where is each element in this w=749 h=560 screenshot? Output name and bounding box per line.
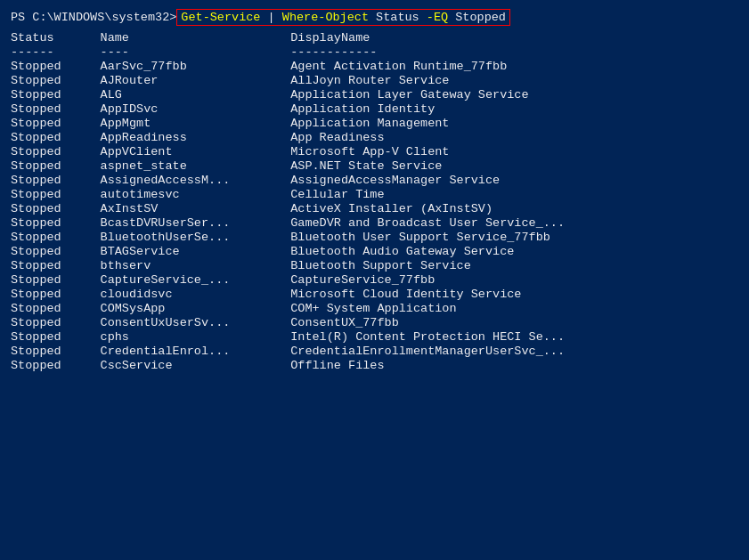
table-row: StoppedAppIDSvcApplication Identity [11,102,738,117]
cmd-eq: -EQ [427,11,448,24]
cell-name: AJRouter [101,74,291,88]
header-status: Status [11,31,101,45]
table-row: StoppedAJRouterAllJoyn Router Service [11,74,738,88]
cell-status: Stopped [11,216,101,231]
cell-name: ConsentUxUserSv... [101,316,291,330]
table-row: StoppedbthservBluetooth Support Service [11,259,738,273]
cell-status: Stopped [11,316,101,330]
table-row: StoppedBcastDVRUserSer...GameDVR and Bro… [11,216,738,231]
cell-displayname: ConsentUX_77fbb [290,316,738,330]
cell-status: Stopped [11,345,101,359]
cell-status: Stopped [11,88,101,102]
cell-status: Stopped [11,273,101,288]
cell-name: CscService [101,359,291,373]
sep-displayname: ------------ [290,45,738,60]
cell-name: autotimesvc [101,188,291,202]
cell-displayname: Application Management [290,117,738,131]
cell-displayname: Microsoft Cloud Identity Service [290,288,738,302]
cell-name: ALG [101,88,291,102]
cell-name: BTAGService [101,245,291,259]
cell-name: COMSysApp [101,302,291,316]
cell-status: Stopped [11,174,101,188]
terminal-window: PS C:\WINDOWS\system32> Get-Service | Wh… [11,9,738,373]
service-table-body: StoppedAarSvc_77fbbAgent Activation Runt… [11,60,738,373]
cell-status: Stopped [11,259,101,273]
cell-status: Stopped [11,102,101,117]
cell-displayname: AssignedAccessManager Service [290,174,738,188]
cell-displayname: Application Identity [290,102,738,117]
cmd-stopped-param: Stopped [448,11,506,24]
header-name: Name [101,31,291,45]
cell-displayname: ActiveX Installer (AxInstSV) [290,202,738,216]
cell-status: Stopped [11,330,101,345]
table-row: StoppedAppVClientMicrosoft App-V Client [11,145,738,159]
command-line: PS C:\WINDOWS\system32> Get-Service | Wh… [11,9,738,26]
cell-name: bthserv [101,259,291,273]
cell-status: Stopped [11,231,101,245]
cell-displayname: Agent Activation Runtime_77fbb [290,60,738,74]
table-row: StoppedAxInstSVActiveX Installer (AxInst… [11,202,738,216]
cell-name: BluetoothUserSe... [101,231,291,245]
cell-displayname: CredentialEnrollmentManagerUserSvc_... [290,345,738,359]
sep-status: ------ [11,45,101,60]
table-row: StoppedAarSvc_77fbbAgent Activation Runt… [11,60,738,74]
cell-displayname: Cellular Time [290,188,738,202]
cell-status: Stopped [11,117,101,131]
cell-displayname: Bluetooth User Support Service_77fbb [290,231,738,245]
cmd-status: Status [369,11,427,24]
table-row: StoppedALGApplication Layer Gateway Serv… [11,88,738,102]
cell-status: Stopped [11,359,101,373]
cell-displayname: GameDVR and Broadcast User Service_... [290,216,738,231]
table-row: StoppedAppReadinessApp Readiness [11,131,738,145]
cell-name: CredentialEnrol... [101,345,291,359]
table-separator-row: ------ ---- ------------ [11,45,738,60]
cell-status: Stopped [11,302,101,316]
cell-name: AxInstSV [101,202,291,216]
cell-name: AssignedAccessM... [101,174,291,188]
cell-name: AppMgmt [101,117,291,131]
cell-displayname: Offline Files [290,359,738,373]
cell-name: cloudidsvc [101,288,291,302]
cell-status: Stopped [11,202,101,216]
cell-name: CaptureService_... [101,273,291,288]
command-box: Get-Service | Where-Object Status -EQ St… [176,9,510,26]
header-displayname: DisplayName [290,31,738,45]
cell-status: Stopped [11,288,101,302]
table-row: StoppedCredentialEnrol...CredentialEnrol… [11,345,738,359]
cmd-get-service: Get-Service [181,11,260,24]
table-row: StoppedBTAGServiceBluetooth Audio Gatewa… [11,245,738,259]
sep-name: ---- [101,45,291,60]
cell-status: Stopped [11,145,101,159]
service-table: Status Name DisplayName ------ ---- ----… [11,31,738,373]
cell-name: AppVClient [101,145,291,159]
cell-displayname: Intel(R) Content Protection HECI Se... [290,330,738,345]
cell-name: AppIDSvc [101,102,291,117]
cell-displayname: CaptureService_77fbb [290,273,738,288]
pipe: | [260,11,281,24]
table-header-row: Status Name DisplayName [11,31,738,45]
cell-displayname: App Readiness [290,131,738,145]
table-row: StoppedCaptureService_...CaptureService_… [11,273,738,288]
table-row: StoppedCscServiceOffline Files [11,359,738,373]
cell-displayname: AllJoyn Router Service [290,74,738,88]
cell-status: Stopped [11,60,101,74]
cell-status: Stopped [11,159,101,174]
cell-displayname: Bluetooth Support Service [290,259,738,273]
table-row: StoppedcloudidsvcMicrosoft Cloud Identit… [11,288,738,302]
cell-status: Stopped [11,131,101,145]
cell-status: Stopped [11,74,101,88]
cell-status: Stopped [11,188,101,202]
cell-displayname: ASP.NET State Service [290,159,738,174]
prompt: PS C:\WINDOWS\system32> [11,11,176,24]
cell-name: AppReadiness [101,131,291,145]
table-row: StoppedAppMgmtApplication Management [11,117,738,131]
cell-displayname: Microsoft App-V Client [290,145,738,159]
table-row: StoppedBluetoothUserSe...Bluetooth User … [11,231,738,245]
cell-displayname: Bluetooth Audio Gateway Service [290,245,738,259]
table-row: StoppedConsentUxUserSv...ConsentUX_77fbb [11,316,738,330]
cell-status: Stopped [11,245,101,259]
table-row: StoppedAssignedAccessM...AssignedAccessM… [11,174,738,188]
cell-name: cphs [101,330,291,345]
cmd-where-object: Where-Object [282,11,369,24]
cell-displayname: COM+ System Application [290,302,738,316]
